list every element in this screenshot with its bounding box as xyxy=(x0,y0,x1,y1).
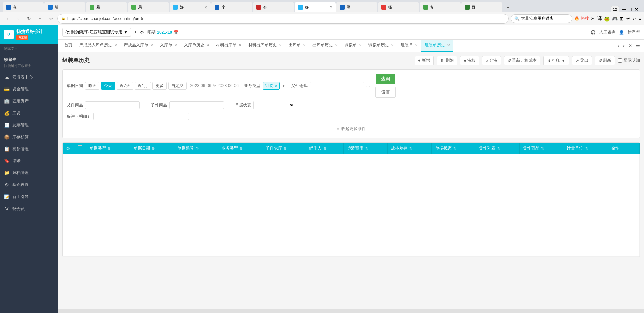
settings-config-btn[interactable]: ⚙ xyxy=(140,30,144,35)
sub-tab-outbound[interactable]: 出库单 ✕ xyxy=(285,40,309,52)
sub-tab-inbound[interactable]: 入库单 ✕ xyxy=(157,40,180,52)
browser-tab-1[interactable]: 在 xyxy=(3,2,44,12)
browser-tab-12[interactable]: 目 xyxy=(461,2,502,12)
parent-item-input[interactable] xyxy=(85,101,140,109)
sub-tab-inbound-history[interactable]: 入库单历史 ✕ xyxy=(180,40,213,52)
parent-warehouse-more-btn[interactable]: ... xyxy=(366,83,370,88)
browser-tab-6[interactable]: 个 xyxy=(211,2,252,12)
search-bar[interactable]: 🔍 大量安卓用户逃离 xyxy=(511,14,572,23)
print-button[interactable]: 🖨 打印 ▼ xyxy=(543,56,569,65)
sub-tab-outbound-history-close[interactable]: ✕ xyxy=(335,43,338,47)
query-button[interactable]: 查询 xyxy=(376,74,395,84)
sub-tab-transfer[interactable]: 调拨单 ✕ xyxy=(341,40,365,52)
status-select[interactable] xyxy=(253,101,294,109)
col-disassemble-fee-sort[interactable]: ⇅ xyxy=(365,146,368,150)
browser-tab-10[interactable]: 畅 xyxy=(378,2,419,12)
sub-item-input[interactable] xyxy=(169,101,224,109)
col-sub-warehouse[interactable]: 子件仓库 ⇅ xyxy=(262,143,306,154)
note-input[interactable] xyxy=(93,113,189,120)
sub-tab-material-out[interactable]: 材料出库单 ✕ xyxy=(213,40,245,52)
sidebar-item-settlement[interactable]: 🔖 结账 xyxy=(0,155,58,167)
display-detail-checkbox-area[interactable]: 显示明细 xyxy=(618,58,640,63)
window-minimize[interactable]: ─ xyxy=(622,6,626,12)
parent-warehouse-input[interactable] xyxy=(310,82,364,89)
sub-tab-product-in-history[interactable]: 产成品入库单历史 ✕ xyxy=(76,40,120,52)
biz-type-dropdown-btn[interactable]: ▼ xyxy=(282,83,286,88)
sub-tab-outbound-history[interactable]: 出库单历史 ✕ xyxy=(309,40,341,52)
nav-more-tabs[interactable]: ☰ xyxy=(635,43,641,49)
col-bill-date-sort[interactable]: ⇅ xyxy=(152,146,155,150)
nav-arrow-left[interactable]: ‹ xyxy=(616,43,620,49)
sub-tab-product-in-close[interactable]: ✕ xyxy=(150,43,153,47)
emoji-icon[interactable]: 🐸 xyxy=(604,16,610,22)
home-button[interactable]: ⌂ xyxy=(36,14,44,23)
address-bar[interactable]: 🔒 https://cloud.chanjet.com/accounting/u… xyxy=(57,14,509,24)
biz-type-remove-btn[interactable]: ✕ xyxy=(274,84,277,88)
sidebar-item-inventory[interactable]: 📦 库存核算 xyxy=(0,131,58,143)
sidebar-item-tax[interactable]: 📋 税务管理 xyxy=(0,143,58,155)
sidebar-item-invoice[interactable]: 🧾 发票管理 xyxy=(0,119,58,131)
select-all-checkbox[interactable] xyxy=(78,145,82,150)
delete-button[interactable]: 🗑 删除 xyxy=(437,56,457,65)
scissors-icon[interactable]: ✂ xyxy=(591,16,595,22)
sub-tab-inbound-history-close[interactable]: ✕ xyxy=(206,43,209,47)
abandon-button[interactable]: ○ 弃审 xyxy=(482,56,501,65)
date-btn-custom[interactable]: 自定义 xyxy=(168,82,187,90)
sub-item-more-btn[interactable]: ... xyxy=(226,103,229,108)
recalculate-button[interactable]: ↺ 重新计算成本 xyxy=(504,56,540,65)
translate-icon[interactable]: 译 xyxy=(597,16,602,22)
sub-tab-material-out-history[interactable]: 材料出库单历史 ✕ xyxy=(245,40,285,52)
bookmark-button[interactable]: ☆ xyxy=(46,14,55,23)
date-btn-yesterday[interactable]: 昨天 xyxy=(85,82,99,90)
grid-icon[interactable]: ⊞ xyxy=(620,16,624,22)
support-label[interactable]: 人工咨询 xyxy=(599,29,616,35)
export-button[interactable]: ↗ 导出 xyxy=(572,56,592,65)
col-bill-no[interactable]: 单据编号 ⇅ xyxy=(174,143,218,154)
browser-tab-2[interactable]: 新 xyxy=(44,2,85,12)
sub-tab-product-in[interactable]: 产成品入库单 ✕ xyxy=(120,40,157,52)
col-parent-item[interactable]: 父件商品 ⇅ xyxy=(519,143,563,154)
sidebar-item-fixed-assets[interactable]: 🏢 固定资产 xyxy=(0,95,58,107)
col-parent-list[interactable]: 父件列表 ⇅ xyxy=(475,143,520,154)
col-handler-sort[interactable]: ⇅ xyxy=(324,146,326,150)
col-settings[interactable]: ⚙ xyxy=(63,143,74,154)
forward-button[interactable]: › xyxy=(14,14,23,23)
col-cost-diff-sort[interactable]: ⇅ xyxy=(409,146,412,150)
col-bill-status-sort[interactable]: ⇅ xyxy=(453,146,456,150)
period-selector[interactable]: 账期 2021-10 📅 xyxy=(147,29,178,35)
col-disassemble-fee[interactable]: 拆装费用 ⇅ xyxy=(344,143,388,154)
back-button[interactable]: ‹ xyxy=(3,14,12,23)
browser-tab-4[interactable]: 易 xyxy=(128,2,169,12)
filter-settings-button[interactable]: 设置 xyxy=(375,87,396,98)
col-unit[interactable]: 计量单位 ⇅ xyxy=(563,143,607,154)
window-maximize[interactable]: □ xyxy=(629,6,632,12)
col-bill-date[interactable]: 单据日期 ⇅ xyxy=(130,143,174,154)
nav-arrow-right[interactable]: › xyxy=(622,43,626,49)
tab-close-8[interactable]: ✕ xyxy=(330,5,332,9)
col-unit-sort[interactable]: ⇅ xyxy=(585,146,588,150)
sidebar-item-guide[interactable]: 📝 新手引导 xyxy=(0,191,58,203)
date-btn-today[interactable]: 今天 xyxy=(101,82,115,90)
refresh-button[interactable]: ↻ xyxy=(25,14,33,23)
browser-tab-5[interactable]: 好 ✕ xyxy=(170,2,211,12)
add-button[interactable]: + 新增 xyxy=(415,56,434,65)
date-btn-1month[interactable]: 近1月 xyxy=(135,82,151,90)
col-parent-list-sort[interactable]: ⇅ xyxy=(497,146,500,150)
table-settings-icon[interactable]: ⚙ xyxy=(66,146,70,151)
parent-item-more-btn[interactable]: ... xyxy=(142,103,145,108)
col-cost-diff[interactable]: 成本差异 ⇅ xyxy=(387,143,431,154)
date-btn-7days[interactable]: 近7天 xyxy=(117,82,133,90)
browser-tab-7[interactable]: 企 xyxy=(253,2,294,12)
col-handler[interactable]: 经手人 ⇅ xyxy=(306,143,344,154)
sidebar-favorites[interactable]: 收藏夹 快捷键打开收藏夹 xyxy=(0,54,58,71)
sub-tab-assemble[interactable]: 组装单 ✕ xyxy=(397,40,421,52)
history-icon[interactable]: ↩ xyxy=(632,16,636,22)
sun-icon[interactable]: ☀ xyxy=(626,16,630,22)
sub-tab-transfer-close[interactable]: ✕ xyxy=(359,43,362,47)
col-bill-status[interactable]: 单据状态 ⇅ xyxy=(431,143,475,154)
sidebar-item-cloud-report[interactable]: ☁ 云报表中心 xyxy=(0,71,58,83)
col-biz-type[interactable]: 业务类型 ⇅ xyxy=(218,143,262,154)
refresh-button[interactable]: ↺ 刷新 xyxy=(595,56,615,65)
sub-tab-product-in-history-close[interactable]: ✕ xyxy=(114,43,117,47)
col-checkbox[interactable] xyxy=(74,143,86,154)
